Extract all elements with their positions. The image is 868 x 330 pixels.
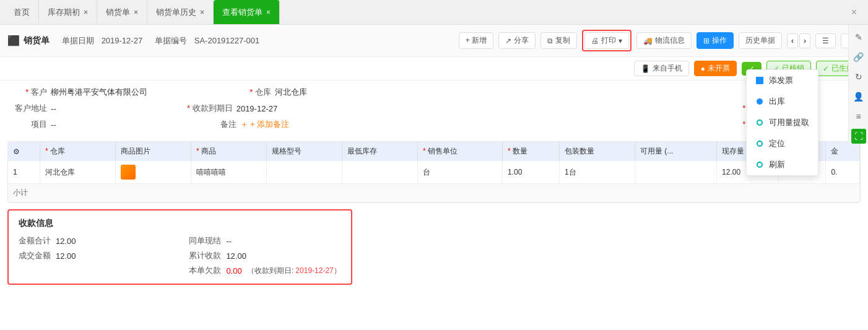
note-field: 备注 ＋ + 添加备注 (199, 119, 289, 130)
right-panel: ✎ 🔗 ↻ 👤 ≡ ⛶ (848, 25, 868, 144)
close-sales-history[interactable]: × (200, 8, 204, 17)
col-quantity: 数量 (503, 142, 560, 161)
warehouse-field: 仓库 河北仓库 (234, 87, 349, 98)
available-qty-item[interactable]: 可用量提取 (747, 112, 818, 133)
payment-grid: 金额合计 12.00 同单现结 -- 成交金额 12.00 累计收款 12.00… (19, 235, 341, 276)
tab-sales-history[interactable]: 销货单历史 × (147, 0, 214, 24)
refresh-item[interactable]: 刷新 (747, 154, 818, 175)
operation-dropdown: 添发票 出库 可用量提取 定位 刷新 (746, 69, 818, 176)
tab-sales-order[interactable]: 销货单 × (97, 0, 147, 24)
outbound-icon (755, 97, 764, 106)
deal-amount-value: 12.00 (56, 251, 76, 261)
doc-title: ⬛ 销货单 (7, 35, 50, 46)
add-invoice-icon (755, 76, 764, 85)
same-order-value: -- (226, 237, 232, 246)
customer-label: 客户 (10, 87, 47, 98)
tab-inventory-init[interactable]: 库存期初 × (39, 0, 97, 24)
copy-button[interactable]: ⧉ 复制 (540, 32, 577, 49)
doc-header: ⬛ 销货单 单据日期 2019-12-27 单据编号 SA-20191227-0… (0, 25, 868, 57)
close-inventory-init[interactable]: × (84, 8, 88, 17)
address-value: -- (51, 104, 125, 113)
print-icon: 🖨 (591, 37, 599, 45)
col-warehouse: 仓库 (40, 142, 116, 161)
warehouse-label: 仓库 (234, 87, 271, 98)
close-sales-order[interactable]: × (134, 8, 138, 17)
grid-icon: ⊞ (703, 37, 710, 45)
share-button[interactable]: ↗ 分享 (498, 32, 536, 49)
not-open-button[interactable]: ● 未开票 (694, 61, 737, 76)
form-row-2: 客户地址 -- 收款到期日 2019-12-27 票据类型 不开票 (10, 103, 858, 114)
row-quantity: 1.00 (503, 161, 560, 184)
add-invoice-item[interactable]: 添发票 (747, 70, 818, 91)
doc-date-value: 2019-12-27 (102, 36, 143, 45)
locate-item[interactable]: 定位 (747, 133, 818, 154)
doc-no-value: SA-20191227-001 (194, 36, 260, 45)
tab-view-sales[interactable]: 查看销货单 × (214, 0, 280, 24)
subtotal-row: 小计 (8, 184, 860, 202)
row-product-img (116, 161, 191, 184)
dot-icon: ● (701, 64, 705, 73)
col-settings[interactable]: ⚙ (8, 142, 40, 161)
due-date-field: 收款到期日 2019-12-27 (187, 103, 311, 114)
list-panel-icon[interactable]: ≡ (851, 109, 866, 124)
payment-info: 收款信息 金额合计 12.00 同单现结 -- 成交金额 12.00 累计收款 … (7, 209, 352, 285)
copy-icon: ⧉ (547, 37, 553, 45)
view-list-button[interactable]: ☰ (815, 33, 836, 48)
row-product: 嘻嘻嘻嘻 (191, 161, 267, 184)
doc-date-label: 单据日期 2019-12-27 (62, 35, 142, 46)
user-panel-icon[interactable]: 👤 (851, 89, 866, 104)
nav-next[interactable]: › (799, 33, 810, 48)
row-amount: 0. (826, 161, 860, 184)
mobile-button[interactable]: 📱 来自手机 (634, 61, 689, 76)
total-amount-label: 金额合计 (19, 235, 51, 246)
arrears-row (19, 265, 170, 276)
expand-panel-icon[interactable]: ⛶ (851, 129, 866, 144)
col-product: 商品 (191, 142, 267, 161)
col-amount: 金 (826, 142, 860, 161)
tab-home[interactable]: 首页 (5, 0, 39, 24)
customer-field: 客户 柳州粤港平安气体有限公司 (10, 87, 147, 98)
table-row: 1 河北仓库 嘻嘻嘻嘻 台 1.00 1台 12.00 0. (8, 161, 860, 184)
available-qty-label: 可用量提取 (769, 117, 809, 128)
refresh-panel-icon[interactable]: ↻ (851, 69, 866, 84)
row-spec (267, 161, 342, 184)
col-pack-qty: 包装数量 (560, 142, 635, 161)
close-view-sales[interactable]: × (266, 8, 271, 17)
col-min-stock: 最低库存 (342, 142, 418, 161)
project-label: 项目 (10, 119, 47, 130)
cumulative-row: 累计收款 12.00 (189, 250, 341, 261)
col-unit: 销售单位 (418, 142, 503, 161)
col-product-img: 商品图片 (116, 142, 191, 161)
product-table: ⚙ 仓库 商品图片 商品 规格型号 最低库存 销售单位 数量 包装数量 可用量 … (8, 142, 860, 202)
add-note-button[interactable]: ＋ + 添加备注 (240, 119, 289, 130)
arrears-date: 2019-12-27 (295, 266, 333, 275)
customer-value: 柳州粤港平安气体有限公司 (51, 87, 147, 98)
link-panel-icon[interactable]: 🔗 (851, 50, 866, 64)
edit-panel-icon[interactable]: ✎ (851, 30, 866, 45)
doc-meta: 单据日期 2019-12-27 单据编号 SA-20191227-001 (62, 35, 259, 46)
address-label: 客户地址 (10, 103, 47, 114)
history-button[interactable]: 历史单据 (739, 32, 782, 49)
row-no: 1 (8, 161, 40, 184)
add-invoice-label: 添发票 (769, 75, 793, 86)
product-image (121, 165, 136, 180)
same-order-row: 同单现结 -- (189, 235, 341, 246)
form-row-1: 客户 柳州粤港平安气体有限公司 仓库 河北仓库 业务员 演示账号 (10, 87, 858, 98)
operation-button[interactable]: ⊞ 操作 (697, 32, 734, 49)
new-button[interactable]: + 新增 (459, 32, 493, 49)
col-available: 可用量 (... (635, 142, 717, 161)
logistics-button[interactable]: 🚚 物流信息 (636, 32, 692, 49)
print-button[interactable]: 🖨 打印 ▾ (584, 32, 629, 49)
doc-title-text: 销货单 (24, 35, 50, 46)
doc-no-label: 单据编号 SA-20191227-001 (155, 35, 259, 46)
nav-prev[interactable]: ‹ (787, 33, 798, 48)
close-window[interactable]: × (845, 7, 863, 18)
row-min-stock (342, 161, 418, 184)
cumulative-label: 累计收款 (189, 250, 221, 261)
outbound-label: 出库 (769, 96, 785, 107)
main-content: ⬛ 销货单 单据日期 2019-12-27 单据编号 SA-20191227-0… (0, 25, 868, 330)
tab-bar: 首页 库存期初 × 销货单 × 销货单历史 × 查看销货单 × × (0, 0, 868, 25)
subtotal-label: 小计 (8, 184, 860, 202)
outbound-item[interactable]: 出库 (747, 91, 818, 112)
row-unit: 台 (418, 161, 503, 184)
